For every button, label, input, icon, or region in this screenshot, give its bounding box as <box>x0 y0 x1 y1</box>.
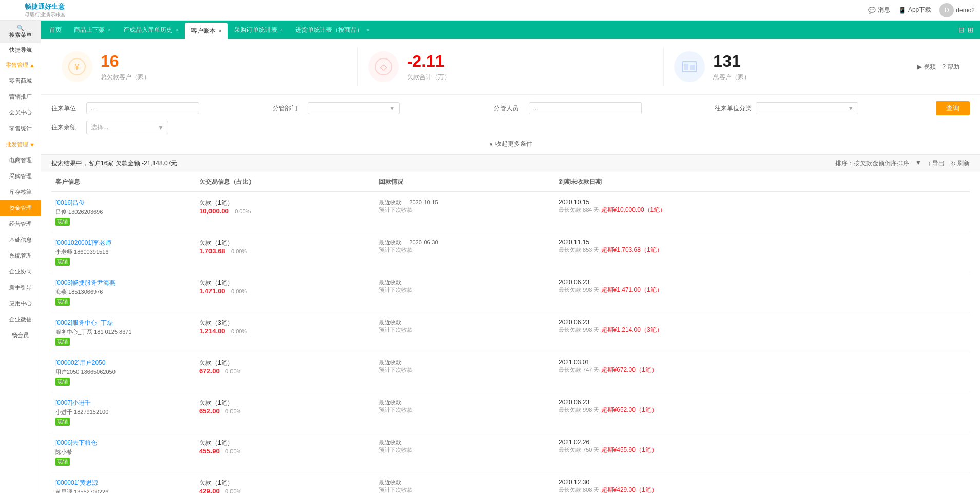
sort-label[interactable]: 排序：按欠款金额倒序排序 <box>835 159 909 168</box>
sidebar-item-operation[interactable]: 经营管理 <box>0 216 41 232</box>
tab-close-icon[interactable]: × <box>280 27 283 33</box>
overdue-link[interactable]: 超期¥1,214.00（3笔） <box>601 326 663 333</box>
collapse-button[interactable]: ∧ 收起更多条件 <box>51 140 970 148</box>
payment-next: 预计下次收款 <box>379 286 550 294</box>
help-btn[interactable]: ? 帮助 <box>942 63 959 71</box>
customer-name-link[interactable]: [000001]黄思源 <box>55 479 98 486</box>
sidebar-item-ecommerce[interactable]: 电商管理 <box>0 152 41 168</box>
overdue-days: 最长欠款 853 天 <box>559 247 601 253</box>
table-row: [0003]畅捷服务尹海燕 海燕 18513066976 现销 欠款（1笔） 1… <box>51 272 970 312</box>
dept-select[interactable]: ▼ <box>308 102 400 114</box>
tab-close-icon[interactable]: × <box>219 28 222 34</box>
svg-text:¥: ¥ <box>74 63 80 71</box>
sidebar-item-finance[interactable]: 资金管理 <box>0 200 41 216</box>
debt-amount[interactable]: 672.00 <box>199 367 220 375</box>
sidebar-item-retail-shop[interactable]: 零售商城 <box>0 73 41 89</box>
minimize-icon[interactable]: ⊟ <box>958 26 965 34</box>
balance-select[interactable]: 选择... ▼ <box>86 121 168 134</box>
tab-home[interactable]: 首页 <box>43 21 68 39</box>
overdue-link[interactable]: 超期¥455.90（1笔） <box>601 446 658 453</box>
payment-last: 最近收款 <box>379 439 550 446</box>
customer-name-link[interactable]: [0003]畅捷服务尹海燕 <box>55 279 116 286</box>
overdue-link[interactable]: 超期¥1,471.00（1笔） <box>601 286 663 293</box>
tab-goods-stats[interactable]: 进货单统计表（按商品） × <box>289 21 375 39</box>
maximize-icon[interactable]: ⊞ <box>968 26 974 34</box>
payment-last: 最近收款 <box>379 479 550 486</box>
debt-info: 欠款（1笔） 10,000.00 0.00% <box>195 199 375 215</box>
manager-input[interactable]: ... <box>529 102 642 114</box>
stat-icon-customers: ¥ <box>62 51 92 82</box>
tab-purchase-order[interactable]: 采购订单统计表 × <box>228 21 290 39</box>
sidebar-quick-nav[interactable]: 快捷导航 <box>0 43 41 57</box>
unit-type-select[interactable]: ▼ <box>756 102 858 114</box>
customer-info: [0006]去下粮仓 陈小希 现销 <box>51 439 195 466</box>
sidebar-item-purchase[interactable]: 采购管理 <box>0 168 41 184</box>
customer-name-link[interactable]: [000002]用户2050 <box>55 359 105 366</box>
manager-dots: ... <box>533 105 539 112</box>
customer-name-link[interactable]: [0002]服务中心_丁磊 <box>55 319 113 326</box>
overdue-link[interactable]: 超期¥652.00（1笔） <box>601 406 658 413</box>
dept-label: 分管部门 <box>273 104 303 113</box>
sidebar-item-app-center[interactable]: 应用中心 <box>0 295 41 311</box>
tab-product-history[interactable]: 产成品入库单历史 × <box>117 21 185 39</box>
debt-amount[interactable]: 1,703.68 <box>199 247 225 255</box>
overdue-info: 2020.06.23 最长欠款 998 天 超期¥1,214.00（3笔） <box>554 319 970 334</box>
video-btn[interactable]: ▶ 视频 <box>917 63 936 71</box>
customer-tag: 现销 <box>55 258 70 266</box>
customer-phone: 服务中心_丁磊 181 0125 8371 <box>55 328 191 336</box>
sidebar-item-wechat[interactable]: 企业微信 <box>0 311 41 327</box>
unit-type-label: 往来单位分类 <box>715 104 752 113</box>
sidebar-search[interactable]: 🔍 搜索菜单 <box>0 21 41 43</box>
tab-close-icon[interactable]: × <box>176 27 179 33</box>
overdue-link[interactable]: 超期¥1,703.68（1笔） <box>601 246 663 253</box>
overdue-link[interactable]: 超期¥672.00（1笔） <box>601 366 658 373</box>
search-button[interactable]: 查询 <box>936 101 970 115</box>
sidebar-item-marketing[interactable]: 营销推广 <box>0 89 41 105</box>
sidebar-item-inventory[interactable]: 库存核算 <box>0 184 41 200</box>
user-area[interactable]: D demo2 <box>939 3 975 17</box>
export-btn[interactable]: ↑ 导出 <box>928 159 945 168</box>
customer-name-link[interactable]: [0006]去下粮仓 <box>55 439 97 446</box>
sidebar-item-member[interactable]: 会员中心 <box>0 105 41 121</box>
debt-amount[interactable]: 455.90 <box>199 447 220 455</box>
tab-product-shelf[interactable]: 商品上下架 × <box>68 21 117 39</box>
tab-close-icon[interactable]: × <box>108 27 111 33</box>
debt-amount[interactable]: 10,000.00 <box>199 207 229 215</box>
overdue-link[interactable]: 超期¥10,000.00（1笔） <box>601 206 666 213</box>
debt-amount[interactable]: 652.00 <box>199 407 220 415</box>
sidebar-item-member2[interactable]: 畅会员 <box>0 327 41 343</box>
message-btn[interactable]: 💬 消息 <box>868 6 890 14</box>
sidebar-item-retail-mgmt[interactable]: 零售管理 ▲ <box>0 57 41 73</box>
sort-arrow-icon: ▼ <box>915 159 921 168</box>
sidebar-item-enterprise[interactable]: 企业协同 <box>0 264 41 280</box>
sidebar-item-batch-mgmt[interactable]: 批发管理 ▼ <box>0 136 41 152</box>
debt-count: 欠款（1笔） <box>199 359 234 366</box>
from-unit-dots: ... <box>91 105 96 112</box>
sidebar-item-guide[interactable]: 新手引导 <box>0 280 41 295</box>
tab-customer-account[interactable]: 客户账本 × <box>185 23 228 39</box>
overdue-date: 2020.12.30 <box>559 479 966 486</box>
sidebar-label: 零售管理 <box>6 61 28 69</box>
sidebar-item-retail-stat[interactable]: 零售统计 <box>0 121 41 136</box>
overdue-date: 2020.06.23 <box>559 319 966 326</box>
refresh-btn[interactable]: ↻ 刷新 <box>951 159 970 168</box>
chevron-icon: ▲ <box>29 62 35 68</box>
sidebar-item-basic-info[interactable]: 基础信息 <box>0 232 41 248</box>
message-icon: 💬 <box>868 7 876 14</box>
debt-info: 欠款（1笔） 652.00 0.00% <box>195 399 375 415</box>
manager-label: 分管人员 <box>494 104 525 113</box>
debt-amount[interactable]: 429.00 <box>199 487 220 493</box>
tab-close-icon[interactable]: × <box>366 27 369 33</box>
customer-name-link[interactable]: [0001020001]李老师 <box>55 239 111 246</box>
overdue-link[interactable]: 超期¥429.00（1笔） <box>601 486 658 493</box>
debt-amount[interactable]: 1,471.00 <box>199 287 225 295</box>
app-download-btn[interactable]: 📱 App下载 <box>898 6 931 14</box>
tab-label: 采购订单统计表 <box>234 26 277 34</box>
customer-name-link[interactable]: [0016]吕俊 <box>55 199 85 206</box>
debt-amount[interactable]: 1,214.00 <box>199 327 225 335</box>
customer-name-link[interactable]: [0007]小进千 <box>55 399 91 406</box>
from-unit-input[interactable]: ... <box>86 102 199 114</box>
payment-info: 最近收款 预计下次收款 <box>375 399 554 414</box>
payment-last: 最近收款 2020-06-30 <box>379 239 550 246</box>
sidebar-item-system[interactable]: 系统管理 <box>0 248 41 264</box>
